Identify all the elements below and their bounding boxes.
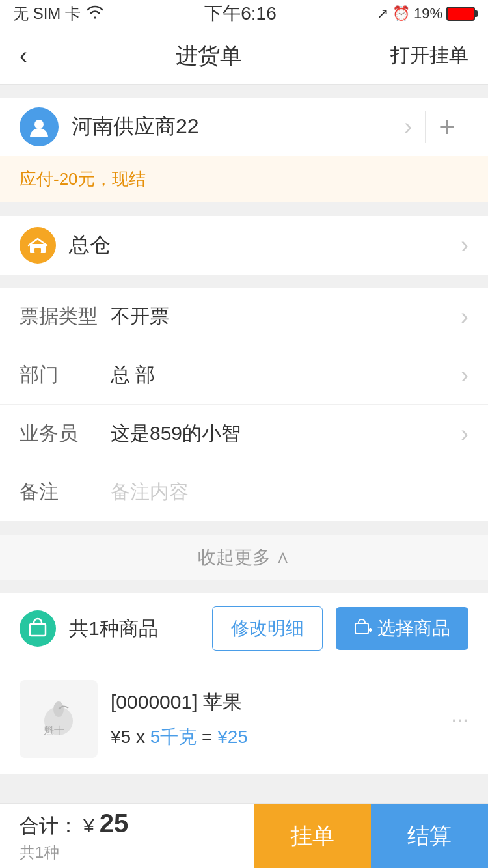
- invoice-type-row[interactable]: 票据类型 不开票: [0, 288, 488, 346]
- total-symbol: ¥: [83, 815, 94, 837]
- svg-point-0: [34, 120, 44, 129]
- form-section: 票据类型 不开票 部门 总 部 业务员 这是859的小智 备注 备注内容: [0, 288, 488, 522]
- remark-label: 备注: [20, 479, 98, 506]
- total-section: 合计： ¥ 25 共1种: [0, 804, 254, 868]
- status-bar: 无 SIM 卡 下午6:16 ↗ ⏰ 19%: [0, 0, 488, 27]
- select-product-button[interactable]: 选择商品: [336, 607, 468, 650]
- product-multiply: x: [136, 727, 150, 747]
- open-pending-button[interactable]: 打开挂单: [390, 42, 468, 69]
- product-thumbnail: 魁十: [20, 680, 98, 758]
- warehouse-name: 总仓: [69, 231, 461, 260]
- supplier-row[interactable]: 河南供应商22 +: [0, 98, 488, 156]
- product-quantity: 5千克: [150, 727, 197, 747]
- warehouse-row[interactable]: 总仓: [0, 216, 488, 275]
- product-equals: =: [202, 727, 217, 747]
- total-main: 合计： ¥ 25: [20, 809, 234, 839]
- department-chevron-icon: [461, 362, 468, 389]
- sales-rep-label: 业务员: [20, 420, 98, 447]
- total-label: 合计：: [20, 813, 78, 839]
- sales-rep-row[interactable]: 业务员 这是859的小智: [0, 405, 488, 463]
- department-row[interactable]: 部门 总 部: [0, 346, 488, 405]
- modify-detail-button[interactable]: 修改明细: [212, 606, 323, 651]
- status-time: 下午6:16: [204, 1, 277, 26]
- department-label: 部门: [20, 362, 98, 388]
- wifi-icon: [86, 5, 104, 23]
- svg-rect-2: [34, 248, 41, 253]
- battery-percent: 19%: [414, 5, 442, 22]
- product-name: [0000001] 苹果: [111, 689, 451, 716]
- collapse-row[interactable]: 收起更多 ∧: [0, 535, 488, 580]
- battery-icon: [446, 7, 475, 21]
- product-total: ¥25: [217, 727, 248, 747]
- status-right: ↗ ⏰ 19%: [377, 5, 475, 22]
- product-info: [0000001] 苹果 ¥5 x 5千克 = ¥25: [111, 689, 451, 750]
- svg-rect-4: [355, 623, 368, 634]
- supplier-name: 河南供应商22: [72, 113, 404, 141]
- notice-bar: 应付-20元，现结: [0, 156, 488, 203]
- checkout-button[interactable]: 结算: [371, 804, 488, 868]
- invoice-type-value: 不开票: [98, 303, 461, 330]
- svg-text:魁十: 魁十: [44, 725, 64, 736]
- divider-1: [0, 203, 488, 216]
- product-more-button[interactable]: ···: [451, 707, 468, 731]
- invoice-type-chevron-icon: [461, 303, 468, 331]
- location-icon: ↗: [377, 5, 388, 22]
- hang-order-button[interactable]: 挂单: [254, 804, 371, 868]
- warehouse-icon: [20, 227, 56, 264]
- supplier-avatar: [20, 107, 59, 146]
- department-value: 总 部: [98, 362, 461, 388]
- supplier-section: 河南供应商22 + 应付-20元，现结: [0, 98, 488, 203]
- supplier-chevron-icon: [404, 113, 412, 141]
- product-count-text: 共1种商品: [69, 616, 199, 642]
- alarm-icon: ⏰: [392, 5, 410, 22]
- product-code: [0000001]: [111, 691, 197, 712]
- collapse-label: 收起更多 ∧: [198, 545, 291, 570]
- remark-row[interactable]: 备注 备注内容: [0, 463, 488, 522]
- product-price-row: ¥5 x 5千克 = ¥25: [111, 725, 451, 750]
- top-divider: [0, 85, 488, 98]
- status-left: 无 SIM 卡: [13, 3, 104, 24]
- product-title: 苹果: [203, 691, 242, 712]
- carrier-text: 无 SIM 卡: [13, 3, 81, 24]
- add-supplier-button[interactable]: +: [425, 111, 468, 143]
- warehouse-chevron-icon: [461, 232, 468, 259]
- total-amount: 25: [100, 809, 129, 838]
- invoice-type-label: 票据类型: [20, 303, 98, 330]
- products-header: 共1种商品 修改明细 选择商品: [0, 593, 488, 664]
- sales-rep-chevron-icon: [461, 420, 468, 448]
- page-title: 进货单: [176, 41, 242, 71]
- select-product-label: 选择商品: [377, 616, 450, 641]
- bottom-bar: 合计： ¥ 25 共1种 挂单 结算: [0, 803, 488, 868]
- total-sub: 共1种: [20, 842, 234, 863]
- nav-bar: ‹ 进货单 打开挂单: [0, 27, 488, 85]
- product-unit-price: ¥5: [111, 727, 131, 747]
- warehouse-section: 总仓: [0, 216, 488, 275]
- svg-rect-3: [30, 624, 46, 636]
- remark-input[interactable]: 备注内容: [98, 479, 468, 506]
- product-item: 魁十 [0000001] 苹果 ¥5 x 5千克 = ¥25 ···: [0, 664, 488, 774]
- sales-rep-value: 这是859的小智: [98, 420, 461, 447]
- back-button[interactable]: ‹: [20, 42, 27, 70]
- product-count-icon: [20, 610, 56, 647]
